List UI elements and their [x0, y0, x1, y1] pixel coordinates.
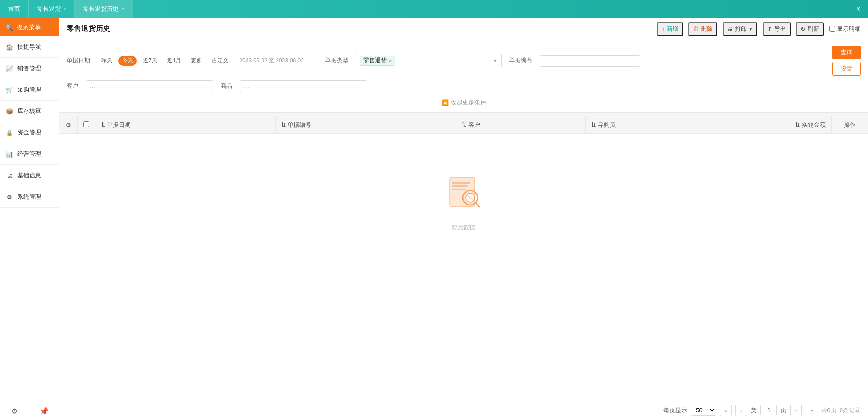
sidebar-item-system[interactable]: ⚙ 系统管理 — [0, 186, 59, 208]
th-amount[interactable]: ⇅ 实销金额 — [740, 116, 832, 134]
sidebar-item-business-label: 经营管理 — [17, 150, 41, 158]
svg-rect-1 — [452, 182, 470, 184]
sidebar-item-sales-label: 销售管理 — [17, 64, 41, 72]
print-button[interactable]: 🖨 打印 ▼ — [723, 22, 757, 36]
print-icon: 🖨 — [727, 26, 733, 32]
filter-row-1: 单据日期 昨天 今天 近7天 近1月 更多 自定义 2023-06-02 至 2… — [67, 46, 861, 76]
th-amount-label: ⇅ 实销金额 — [795, 121, 826, 128]
system-icon: ⚙ — [5, 193, 14, 201]
customer-label: 客户 — [67, 82, 78, 90]
page-prev-button[interactable]: ‹ — [735, 405, 747, 416]
filter-row-2: 客户 ... 商品 ... — [67, 80, 861, 92]
collapse-row: 🔼 收起更多条件 — [67, 97, 861, 108]
show-detail-checkbox[interactable]: 显示明细 — [829, 25, 861, 33]
th-settings[interactable]: ⚙ — [59, 116, 77, 134]
delete-button[interactable]: 🗑 删除 — [688, 22, 717, 36]
th-customer[interactable]: ⇅ 客户 — [456, 116, 586, 134]
date-custom[interactable]: 自定义 — [208, 56, 232, 66]
doc-type-input[interactable]: 零售退货 × ▼ — [356, 54, 502, 67]
th-date[interactable]: ⇅ 单据日期 — [95, 116, 275, 134]
window-close-button[interactable]: × — [848, 0, 868, 18]
doc-type-tag-remove[interactable]: × — [389, 57, 392, 64]
sidebar-gear-button[interactable]: ⚙ — [0, 402, 30, 420]
sidebar-item-purchase-label: 采购管理 — [17, 86, 41, 94]
date-more[interactable]: 更多 — [187, 56, 205, 66]
tab-home[interactable]: 首页 — [0, 0, 29, 18]
tab-home-label: 首页 — [8, 5, 20, 13]
page-last-button[interactable]: » — [806, 405, 817, 416]
collapse-button[interactable]: 🔼 收起更多条件 — [442, 98, 486, 107]
sidebar-pin-button[interactable]: 📌 — [30, 402, 59, 420]
content-area: 零售退货历史 + 新增 🗑 删除 🖨 打印 ▼ ⬆ 导出 ↻ 刷新 — [59, 18, 868, 420]
per-page-label: 每页显示 — [663, 406, 687, 415]
page-text-label: 第 — [751, 406, 757, 415]
refresh-button[interactable]: ↻ 刷新 — [796, 22, 824, 36]
sidebar-item-purchase[interactable]: 🛒 采购管理 — [0, 79, 59, 101]
goods-input[interactable]: ... — [240, 80, 367, 92]
sidebar-item-basic-label: 基础信息 — [17, 171, 41, 179]
empty-state-row: 暂无数据 — [59, 134, 868, 268]
svg-rect-3 — [452, 189, 466, 190]
page-number-input[interactable] — [760, 405, 777, 415]
sidebar-item-finance[interactable]: 🔒 资金管理 — [0, 122, 59, 143]
query-button[interactable]: 查询 — [832, 46, 861, 59]
search-icon: 🔍 — [5, 24, 13, 31]
date-yesterday[interactable]: 昨天 — [98, 56, 116, 66]
data-table: ⚙ ⇅ 单据日期 ⇅ 单据编号 ⇅ 客户 ⇅ 导购员 ⇅ 实销金额 操作 — [59, 116, 868, 268]
show-detail-input[interactable] — [829, 26, 835, 32]
goods-label: 商品 — [221, 82, 232, 90]
header-actions: + 新增 🗑 删除 🖨 打印 ▼ ⬆ 导出 ↻ 刷新 显示明细 — [657, 22, 861, 36]
th-actions-label: 操作 — [844, 121, 856, 128]
th-checkbox[interactable] — [77, 116, 95, 134]
page-first-button[interactable]: « — [720, 405, 732, 416]
tab-retail-return-close[interactable]: × — [63, 6, 66, 12]
th-docno[interactable]: ⇅ 单据编号 — [275, 116, 456, 134]
empty-label: 暂无数据 — [452, 223, 475, 231]
refresh-icon: ↻ — [801, 26, 806, 32]
per-page-select[interactable]: 10 20 50 100 — [691, 405, 716, 416]
sidebar-item-business[interactable]: 📊 经营管理 — [0, 143, 59, 165]
collapse-label: 收起更多条件 — [451, 98, 486, 107]
sidebar-item-sales[interactable]: 📈 销售管理 — [0, 58, 59, 79]
export-icon: ⬆ — [767, 26, 772, 32]
top-bar: 首页 零售退货 × 零售退货历史 × × — [0, 0, 868, 18]
inventory-icon: 📦 — [5, 107, 14, 115]
th-docno-label: ⇅ 单据编号 — [281, 121, 312, 128]
sidebar-search-label: 搜索菜单 — [17, 23, 41, 31]
date-filter-label: 单据日期 — [67, 56, 90, 65]
collapse-up-icon: 🔼 — [442, 99, 449, 106]
doc-type-tag: 零售退货 × — [360, 56, 395, 66]
sidebar-item-inventory[interactable]: 📦 库存核算 — [0, 101, 59, 122]
sidebar-search[interactable]: 🔍 搜索菜单 — [0, 18, 59, 36]
sidebar-item-basic[interactable]: 🗂 基础信息 — [0, 165, 59, 186]
filter-area: 单据日期 昨天 今天 近7天 近1月 更多 自定义 2023-06-02 至 2… — [59, 40, 868, 113]
date-7days[interactable]: 近7天 — [139, 56, 161, 66]
tab-retail-return-history-close[interactable]: × — [121, 6, 124, 12]
new-button[interactable]: + 新增 — [657, 22, 683, 36]
page-next-button[interactable]: › — [790, 405, 802, 416]
main-layout: 🔍 搜索菜单 🏠 快捷导航 📈 销售管理 🛒 采购管理 📦 库存核算 🔒 资金管… — [0, 18, 868, 420]
svg-line-6 — [475, 203, 479, 207]
page-title: 零售退货历史 — [67, 24, 657, 34]
customer-input[interactable]: ... — [86, 80, 213, 92]
tab-retail-return[interactable]: 零售退货 × — [29, 0, 75, 18]
tab-retail-return-history[interactable]: 零售退货历史 × — [75, 0, 133, 18]
doc-type-label: 单据类型 — [325, 56, 349, 65]
doc-no-input[interactable] — [540, 55, 640, 67]
doc-type-tag-value: 零售退货 — [363, 56, 387, 65]
select-all-checkbox[interactable] — [83, 121, 89, 127]
tab-list: 首页 零售退货 × 零售退货历史 × — [0, 0, 848, 18]
th-guide[interactable]: ⇅ 导购员 — [585, 116, 740, 134]
sales-icon: 📈 — [5, 64, 14, 72]
sidebar-item-quicknav-label: 快捷导航 — [17, 43, 41, 51]
total-info: 共0页, 0条记录 — [821, 406, 861, 415]
print-arrow: ▼ — [749, 27, 753, 31]
sidebar-item-quicknav[interactable]: 🏠 快捷导航 — [0, 36, 59, 58]
date-today[interactable]: 今天 — [118, 56, 137, 66]
settings-button[interactable]: 设置 — [832, 62, 861, 76]
table-header-row: ⚙ ⇅ 单据日期 ⇅ 单据编号 ⇅ 客户 ⇅ 导购员 ⇅ 实销金额 操作 — [59, 116, 868, 134]
page-unit-label: 页 — [781, 406, 786, 415]
date-1month[interactable]: 近1月 — [164, 56, 185, 66]
export-button[interactable]: ⬆ 导出 — [763, 22, 791, 36]
goods-dots: ... — [244, 82, 250, 90]
